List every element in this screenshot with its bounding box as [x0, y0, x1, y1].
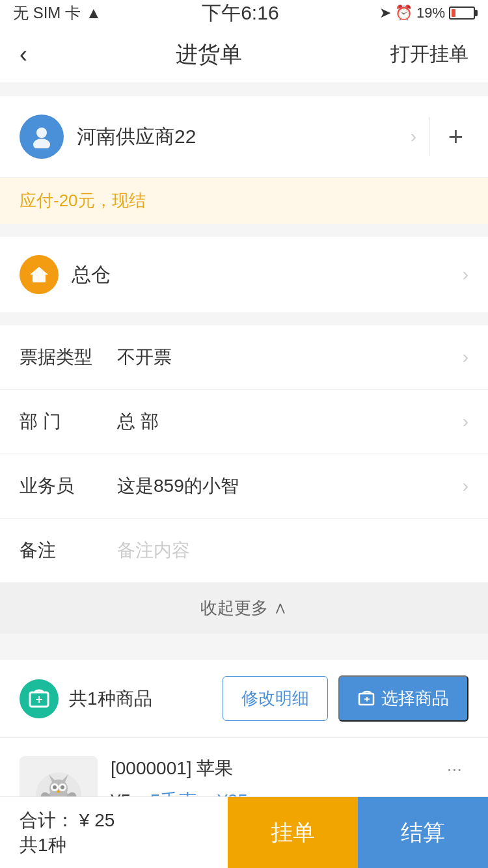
- suspend-label: 挂单: [271, 818, 315, 848]
- supplier-avatar: [20, 115, 64, 159]
- ticket-type-label: 票据类型: [20, 345, 104, 370]
- back-button[interactable]: ‹: [20, 41, 27, 68]
- total-section: 合计： ¥ 25 共1种: [0, 797, 228, 868]
- suspend-button[interactable]: 挂单: [228, 797, 358, 868]
- status-bar: 无 SIM 卡 ▲ 下午6:16 ➤ ⏰ 19%: [0, 0, 488, 26]
- svg-point-0: [36, 128, 47, 138]
- alarm-icon: ⏰: [395, 5, 413, 21]
- shopping-cart-icon: [358, 690, 376, 708]
- warning-banner: 应付-20元，现结: [0, 178, 488, 224]
- svg-marker-2: [30, 267, 48, 282]
- product-header: 共1种商品 修改明细 选择商品: [0, 660, 488, 737]
- more-options-button[interactable]: ···: [441, 756, 468, 782]
- supplier-card: 河南供应商22 › + 应付-20元，现结: [0, 96, 488, 224]
- remark-row[interactable]: 备注 备注内容: [0, 519, 488, 582]
- page-title: 进货单: [176, 40, 242, 70]
- status-right: ➤ ⏰ 19%: [379, 5, 475, 21]
- department-row[interactable]: 部 门 总 部 ›: [0, 390, 488, 454]
- salesperson-value: 这是859的小智: [104, 474, 463, 498]
- section-divider-1: [0, 83, 488, 96]
- product-title: 苹果: [197, 758, 233, 778]
- salesperson-label: 业务员: [20, 474, 104, 498]
- location-icon: ➤: [379, 5, 391, 21]
- svg-point-17: [61, 785, 64, 789]
- add-supplier-button[interactable]: +: [429, 117, 468, 156]
- collapse-label: 收起更多 ∧: [200, 598, 287, 617]
- carrier-text: 无 SIM 卡: [13, 3, 81, 23]
- department-label: 部 门: [20, 409, 104, 434]
- battery-percent: 19%: [416, 5, 445, 21]
- warehouse-name: 总仓: [72, 262, 463, 288]
- salesperson-chevron-icon: ›: [463, 476, 468, 496]
- person-icon: [30, 125, 53, 148]
- total-amount: ¥ 25: [79, 810, 115, 830]
- total-label: 合计：: [20, 810, 74, 830]
- supplier-name: 河南供应商22: [77, 124, 411, 150]
- department-chevron-icon: ›: [463, 411, 468, 432]
- bottom-bar: 合计： ¥ 25 共1种 挂单 结算: [0, 796, 488, 868]
- remark-label: 备注: [20, 538, 104, 563]
- svg-point-16: [53, 785, 57, 789]
- form-section: 票据类型 不开票 › 部 门 总 部 › 业务员 这是859的小智 › 备注 备…: [0, 325, 488, 582]
- supplier-chevron-icon: ›: [411, 126, 416, 147]
- status-left: 无 SIM 卡 ▲: [13, 3, 102, 23]
- warehouse-row[interactable]: 总仓 ›: [0, 237, 488, 312]
- supplier-row[interactable]: 河南供应商22 › +: [0, 96, 488, 178]
- svg-point-1: [33, 139, 50, 148]
- salesperson-row[interactable]: 业务员 这是859的小智 ›: [0, 454, 488, 519]
- checkout-label: 结算: [401, 818, 445, 848]
- warehouse-icon: [20, 255, 59, 294]
- product-name: [0000001] 苹果: [111, 756, 427, 781]
- section-divider-3: [0, 634, 488, 647]
- ticket-type-chevron-icon: ›: [463, 347, 468, 368]
- house-icon: [29, 264, 49, 285]
- cart-icon-small: [27, 687, 51, 711]
- checkout-button[interactable]: 结算: [358, 797, 488, 868]
- edit-detail-button[interactable]: 修改明细: [223, 676, 328, 721]
- department-value: 总 部: [104, 409, 463, 434]
- battery-icon: [449, 7, 475, 20]
- open-pending-button[interactable]: 打开挂单: [390, 41, 468, 68]
- nav-bar: ‹ 进货单 打开挂单: [0, 26, 488, 83]
- total-row: 合计： ¥ 25: [20, 808, 208, 833]
- product-code: [0000001]: [111, 758, 192, 778]
- select-product-button[interactable]: 选择商品: [338, 675, 468, 722]
- total-count: 共1种: [20, 833, 208, 858]
- wifi-icon: ▲: [86, 4, 102, 22]
- remark-input[interactable]: 备注内容: [104, 538, 468, 563]
- ticket-type-row[interactable]: 票据类型 不开票 ›: [0, 325, 488, 390]
- ticket-type-value: 不开票: [104, 345, 463, 370]
- product-count-text: 共1种商品: [69, 686, 212, 711]
- section-divider-2: [0, 224, 488, 237]
- product-icon: [20, 679, 59, 718]
- warehouse-chevron-icon: ›: [463, 264, 468, 285]
- select-product-label: 选择商品: [381, 687, 449, 710]
- status-time: 下午6:16: [202, 0, 278, 27]
- warehouse-card: 总仓 ›: [0, 237, 488, 312]
- collapse-button[interactable]: 收起更多 ∧: [0, 582, 488, 634]
